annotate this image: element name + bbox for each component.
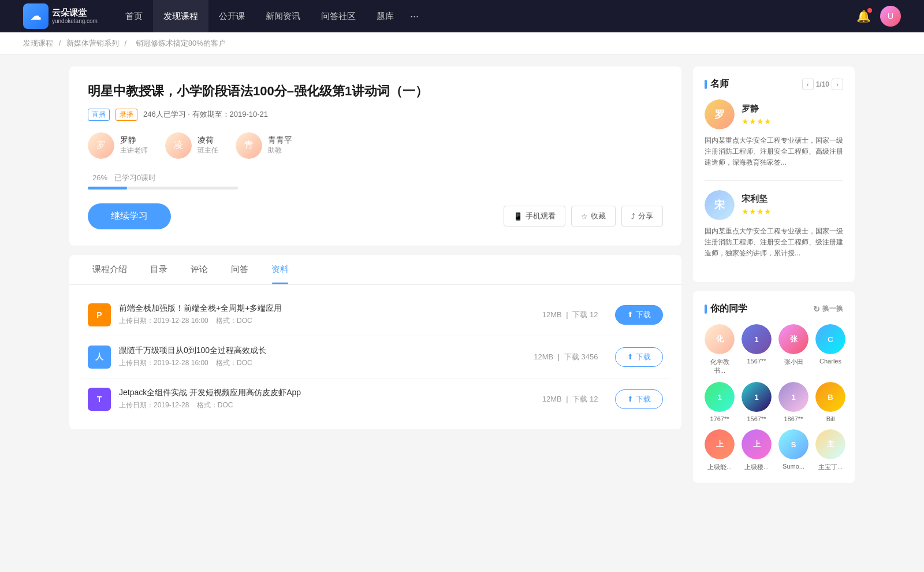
course-title: 明星中教授课，小学阶段语法100分–强化级第1讲动词（一）	[88, 83, 663, 101]
classmate-item[interactable]: 1 1867**	[778, 382, 808, 422]
classmate-item[interactable]: B Bill	[815, 382, 845, 422]
teacher-avatar: 青	[236, 132, 262, 159]
teacher-sidebar-name: 宋利坚	[742, 194, 772, 205]
teacher-sidebar-name: 罗静	[742, 103, 772, 114]
continue-button[interactable]: 继续学习	[88, 203, 171, 229]
tab-评论[interactable]: 评论	[179, 255, 219, 284]
nav-item-问答社区[interactable]: 问答社区	[311, 0, 366, 32]
classmate-item[interactable]: 1 1767**	[705, 382, 735, 422]
logo[interactable]: ☁ 云朵课堂 yundoketang.com	[23, 3, 98, 29]
teachers-sidebar-title: 名师 ‹ 1/10 ›	[705, 78, 843, 90]
resource-stats: 12MB | 下载 3456	[534, 352, 598, 362]
classmates-card: 你的同学 ↻ 换一换 化 化学教书... 1 1567** 张 张小田 C Ch…	[693, 291, 855, 483]
teachers-sidebar-card: 名师 ‹ 1/10 › 罗 罗静 ★★★★ 国内某重点大学安全工程专业硕士，国家…	[693, 66, 855, 282]
teacher-sidebar-info: 罗静 ★★★★	[742, 103, 772, 126]
tab-问答[interactable]: 问答	[219, 255, 260, 284]
nav-item-发现课程[interactable]: 发现课程	[153, 0, 208, 32]
classmates-title: 你的同学 ↻ 换一换	[705, 303, 843, 315]
teacher-desc: 国内某重点大学安全工程专业硕士，国家一级注册消防工程师、注册安全工程师、高级注册…	[705, 135, 843, 169]
classmate-name: 1767**	[710, 415, 729, 422]
collect-button[interactable]: ☆ 收藏	[571, 206, 616, 226]
classmate-name: Sumo...	[783, 463, 804, 470]
resource-icon: 人	[88, 346, 111, 369]
classmate-item[interactable]: 1 1567**	[742, 324, 772, 375]
navbar-right: 🔔 U	[856, 6, 901, 27]
breadcrumb-current: 销冠修炼术搞定80%的客户	[136, 39, 226, 47]
resource-meta: 上传日期：2019-12-28 16:00 格式：DOC	[119, 316, 525, 326]
tabs-card: 课程介绍目录评论问答资料 P 前端全栈加强版！前端全栈+全周期+多端应用 上传日…	[69, 255, 681, 429]
tabs-bar: 课程介绍目录评论问答资料	[69, 255, 681, 285]
bell-icon[interactable]: 🔔	[856, 9, 871, 23]
resource-icon: T	[88, 388, 111, 411]
classmate-name: Charles	[819, 358, 841, 365]
teacher-stars: ★★★★	[742, 117, 772, 126]
navbar: ☁ 云朵课堂 yundoketang.com 首页发现课程公开课新闻资讯问答社区…	[0, 0, 924, 32]
resource-name: 跟随千万级项目从0到100全过程高效成长	[119, 346, 516, 356]
resource-name: 前端全栈加强版！前端全栈+全周期+多端应用	[119, 303, 525, 314]
classmate-name: 上级能...	[707, 463, 732, 471]
classmate-name: 上级楼...	[744, 463, 769, 471]
resource-icon: P	[88, 303, 111, 326]
next-page-btn[interactable]: ›	[832, 79, 843, 90]
nav-item-公开课[interactable]: 公开课	[208, 0, 255, 32]
nav-more[interactable]: ···	[404, 10, 424, 23]
teacher-role: 主讲老师	[120, 146, 148, 155]
resource-info: 跟随千万级项目从0到100全过程高效成长 上传日期：2019-12-28 16:…	[119, 346, 516, 368]
teacher-sidebar-header: 宋 宋利坚 ★★★★	[705, 190, 843, 220]
teacher-item: 凌 凌荷 班主任	[165, 132, 218, 159]
prev-page-btn[interactable]: ‹	[802, 79, 814, 90]
tab-资料[interactable]: 资料	[260, 255, 300, 284]
course-card: 明星中教授课，小学阶段语法100分–强化级第1讲动词（一） 直播 录播 246人…	[69, 66, 681, 246]
progress-section: 26% 已学习0课时	[88, 173, 663, 190]
teacher-stars: ★★★★	[742, 207, 772, 216]
classmate-avatar: 上	[742, 429, 772, 459]
progress-label: 26% 已学习0课时	[88, 173, 663, 183]
teacher-desc: 国内某重点大学安全工程专业硕士，国家一级注册消防工程师、注册安全工程师、级注册建…	[705, 226, 843, 259]
logo-text: 云朵课堂 yundoketang.com	[52, 8, 98, 25]
classmate-item[interactable]: 1 1567**	[742, 382, 772, 422]
download-button[interactable]: ⬆ 下载	[615, 389, 663, 409]
classmate-avatar: 1	[742, 324, 772, 354]
breadcrumb-link-2[interactable]: 新媒体营销系列	[66, 39, 119, 47]
classmate-item[interactable]: 上 上级楼...	[742, 429, 772, 471]
mobile-watch-button[interactable]: 📱 手机观看	[504, 206, 565, 226]
classmate-avatar: 主	[815, 429, 845, 459]
nav-item-题库[interactable]: 题库	[366, 0, 404, 32]
classmate-item[interactable]: 化 化学教书...	[705, 324, 735, 375]
refresh-icon: ↻	[813, 304, 820, 314]
teacher-role: 助教	[268, 146, 292, 155]
classmate-avatar: B	[815, 382, 845, 412]
classmate-item[interactable]: C Charles	[815, 324, 845, 375]
resource-stats: 12MB | 下载 12	[542, 310, 598, 320]
classmate-avatar: 1	[742, 382, 772, 412]
classmates-refresh[interactable]: ↻ 换一换	[813, 304, 843, 314]
tag-live: 直播	[88, 109, 110, 121]
classmate-item[interactable]: 上 上级能...	[705, 429, 735, 471]
classmate-item[interactable]: S Sumo...	[778, 429, 808, 471]
user-avatar-nav[interactable]: U	[880, 6, 901, 27]
classmates-grid: 化 化学教书... 1 1567** 张 张小田 C Charles 1 176…	[705, 324, 843, 471]
teachers-pagination: ‹ 1/10 ›	[802, 79, 843, 90]
resource-name: Jetpack全组件实战 开发短视频应用高仿皮皮虾App	[119, 388, 525, 398]
classmate-item[interactable]: 主 主宝丁...	[815, 429, 845, 471]
classmate-name: 化学教书...	[705, 358, 735, 375]
classmate-name: 1867**	[784, 415, 803, 422]
course-meta: 直播 录播 246人已学习 · 有效期至：2019-10-21	[88, 109, 663, 121]
breadcrumb-link-1[interactable]: 发现课程	[23, 39, 53, 47]
teacher-avatar: 凌	[165, 132, 192, 159]
tab-目录[interactable]: 目录	[139, 255, 179, 284]
teacher-name: 青青平	[268, 135, 292, 146]
classmate-item[interactable]: 张 张小田	[778, 324, 808, 375]
teacher-sidebar-avatar: 宋	[705, 190, 735, 220]
download-button[interactable]: ⬆ 下载	[615, 305, 663, 325]
nav-item-新闻资讯[interactable]: 新闻资讯	[255, 0, 311, 32]
teacher-item: 青 青青平 助教	[236, 132, 292, 159]
download-button[interactable]: ⬆ 下载	[615, 347, 663, 367]
resource-meta: 上传日期：2019-12-28 16:00 格式：DOC	[119, 358, 516, 368]
logo-icon: ☁	[23, 3, 49, 29]
teacher-sidebar-item: 罗 罗静 ★★★★ 国内某重点大学安全工程专业硕士，国家一级注册消防工程师、注册…	[705, 99, 843, 169]
tab-课程介绍[interactable]: 课程介绍	[81, 255, 139, 284]
share-button[interactable]: ⤴ 分享	[621, 206, 663, 226]
classmate-avatar: 1	[705, 382, 735, 412]
nav-item-首页[interactable]: 首页	[115, 0, 153, 32]
